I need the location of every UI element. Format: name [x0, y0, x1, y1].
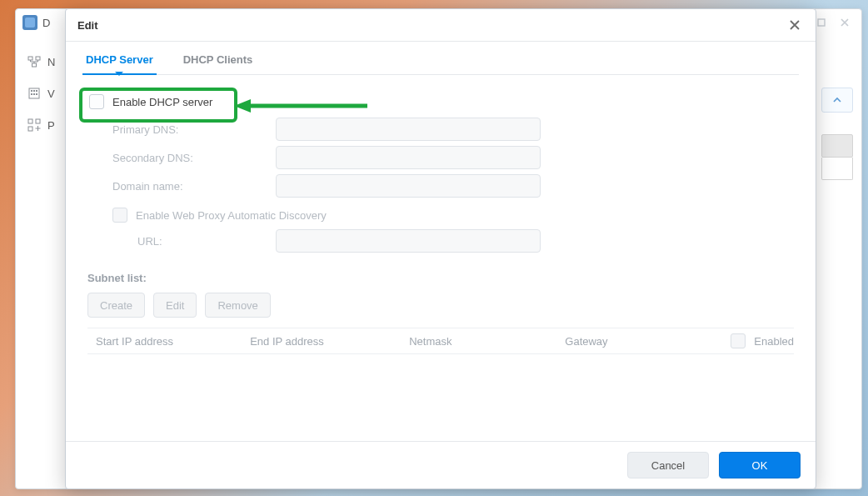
- col-enabled-label: Enabled: [754, 335, 794, 348]
- cancel-button[interactable]: Cancel: [627, 452, 709, 478]
- svg-rect-11: [28, 119, 32, 123]
- svg-rect-12: [36, 119, 40, 123]
- close-button[interactable]: [786, 16, 804, 34]
- tab-dhcp-clients[interactable]: DHCP Clients: [180, 45, 257, 74]
- ok-button[interactable]: OK: [719, 452, 801, 478]
- subnet-list-title: Subnet list:: [87, 272, 794, 284]
- chevron-up-icon: [832, 95, 842, 105]
- svg-rect-13: [28, 127, 32, 131]
- panel-row-peek: [821, 134, 853, 158]
- col-gateway[interactable]: Gateway: [556, 335, 719, 348]
- edit-dialog: Edit DHCP Server DHCP Clients Enable DHC…: [65, 8, 816, 489]
- domain-name-label: Domain name:: [112, 180, 276, 193]
- secondary-dns-label: Secondary DNS:: [112, 152, 276, 164]
- svg-rect-7: [36, 90, 37, 92]
- svg-rect-9: [33, 93, 35, 95]
- app-icon: [22, 15, 37, 30]
- collapse-toggle[interactable]: [821, 88, 853, 113]
- wpad-checkbox[interactable]: [112, 208, 127, 223]
- primary-dns-input[interactable]: [276, 118, 541, 141]
- app-title: D: [42, 17, 50, 29]
- svg-rect-3: [32, 63, 37, 67]
- domain-name-row: Domain name:: [112, 173, 794, 198]
- domain-name-input[interactable]: [276, 174, 541, 198]
- subnet-table: Start IP address End IP address Netmask …: [87, 328, 794, 354]
- url-input[interactable]: [276, 229, 541, 253]
- wpad-label: Enable Web Proxy Automatic Discovery: [136, 209, 327, 222]
- wpad-row: Enable Web Proxy Automatic Discovery: [112, 207, 794, 223]
- annotation-arrow: [234, 98, 367, 114]
- secondary-dns-input[interactable]: [276, 146, 541, 169]
- svg-rect-0: [818, 19, 825, 26]
- sidebar-item-label: V: [47, 88, 55, 100]
- col-enabled[interactable]: Enabled: [719, 333, 794, 348]
- col-end-ip[interactable]: End IP address: [242, 335, 401, 348]
- grid-icon: [27, 118, 41, 132]
- enabled-header-checkbox[interactable]: [731, 333, 746, 348]
- url-label: URL:: [137, 235, 276, 248]
- subnet-button-row: Create Edit Remove: [87, 293, 794, 318]
- svg-rect-8: [31, 93, 32, 95]
- remove-button[interactable]: Remove: [205, 293, 270, 318]
- building-icon: [27, 87, 41, 100]
- parent-right-panel-peek: [821, 88, 853, 180]
- svg-marker-15: [234, 99, 251, 113]
- tab-bar: DHCP Server DHCP Clients: [82, 41, 799, 75]
- svg-rect-6: [33, 90, 35, 92]
- col-netmask[interactable]: Netmask: [401, 335, 556, 348]
- panel-row-peek: [821, 158, 853, 180]
- svg-rect-10: [36, 93, 37, 95]
- sidebar-item-label: P: [47, 119, 55, 132]
- svg-rect-1: [28, 57, 32, 60]
- dialog-footer: Cancel OK: [66, 441, 816, 488]
- subnet-table-header: Start IP address End IP address Netmask …: [87, 328, 794, 354]
- dialog-header: Edit: [66, 9, 816, 42]
- create-button[interactable]: Create: [87, 293, 145, 318]
- svg-rect-5: [31, 90, 32, 92]
- parent-close-icon[interactable]: [835, 13, 855, 33]
- edit-button[interactable]: Edit: [153, 293, 197, 318]
- svg-rect-2: [36, 57, 40, 60]
- sidebar-item-label: N: [47, 56, 55, 68]
- col-start-ip[interactable]: Start IP address: [87, 335, 242, 348]
- dialog-title: Edit: [77, 19, 98, 32]
- secondary-dns-row: Secondary DNS:: [112, 145, 794, 170]
- close-icon: [790, 20, 800, 30]
- tab-dhcp-server[interactable]: DHCP Server: [82, 45, 157, 74]
- annotation-highlight-box: [79, 88, 237, 123]
- network-icon: [27, 55, 41, 68]
- url-row: URL:: [112, 228, 794, 253]
- primary-dns-label: Primary DNS:: [112, 123, 276, 136]
